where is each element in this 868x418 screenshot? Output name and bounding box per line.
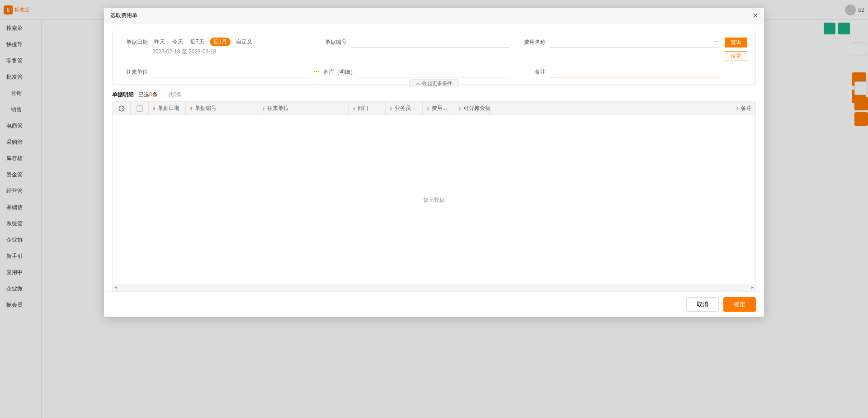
col-no[interactable]: ▲▼ 单据编号 [186, 102, 258, 115]
filter-panel: 单据日期 昨天 今天 近7天 近1月 自定义 2023-02-18 至 2023… [112, 31, 756, 85]
filter-label-remark: 备注 [519, 67, 546, 76]
col-dept[interactable]: ▲▼ 部门 [349, 102, 386, 115]
sort-icon: ▲▼ [152, 106, 156, 111]
modal-overlay: 选取费用单 ✕ 单据日期 昨天 今天 近7天 近1月 [0, 0, 868, 418]
svg-point-0 [121, 108, 123, 109]
cancel-button[interactable]: 取消 [686, 297, 719, 312]
modal-footer: 取消 确定 [104, 291, 764, 317]
sort-icon: ▲▼ [458, 106, 462, 111]
doc-no-input[interactable] [351, 38, 509, 48]
col-party[interactable]: ▲▼ 往来单位 [258, 102, 349, 115]
query-button[interactable]: 查询 [725, 38, 747, 48]
sort-icon: ▲▼ [189, 106, 193, 111]
date-pill-yesterday[interactable]: 昨天 [152, 38, 167, 46]
divider-text: | [162, 92, 164, 98]
table-header: ▲▼ 单据日期 ▲▼ 单据编号 ▲▼ 往来单位 ▲▼ 部门 [113, 102, 755, 115]
modal-select-expense: 选取费用单 ✕ 单据日期 昨天 今天 近7天 近1月 [104, 8, 764, 317]
date-pill-last1m[interactable]: 近1月 [210, 38, 231, 46]
selected-count-text: 已选0条 [138, 91, 158, 99]
remark-detail-input[interactable] [360, 67, 509, 77]
sort-icon: ▲▼ [389, 106, 393, 111]
modal-title: 选取费用单 [110, 12, 137, 19]
date-pill-last7[interactable]: 近7天 [189, 38, 206, 46]
remark-input[interactable] [550, 67, 719, 77]
sort-icon: ▲▼ [736, 106, 739, 111]
gear-icon [118, 105, 125, 112]
filter-label-no: 单据编号 [320, 38, 347, 46]
sort-icon: ▲▼ [262, 106, 265, 111]
settings-button[interactable]: 设置 [725, 51, 747, 61]
modal-header: 选取费用单 ✕ [104, 8, 764, 24]
close-icon[interactable]: ✕ [750, 11, 760, 20]
sort-icon: ▲▼ [426, 106, 430, 111]
date-range-text: 2023-02-18 至 2023-03-18 [152, 48, 320, 56]
checkbox-icon [137, 105, 143, 112]
filter-label-fee: 费用名称 [519, 38, 546, 46]
fee-name-picker-icon[interactable]: ··· [713, 38, 719, 45]
date-pill-custom[interactable]: 自定义 [234, 38, 254, 46]
date-pill-group: 昨天 今天 近7天 近1月 自定义 [152, 38, 320, 46]
fee-name-input[interactable] [550, 38, 719, 48]
list-section-title: 单据明细 [112, 91, 134, 99]
horizontal-scrollbar[interactable] [113, 285, 755, 291]
party-input[interactable] [152, 67, 311, 77]
chevron-double-up-icon: ︽ [416, 80, 420, 86]
sort-icon: ▲▼ [352, 106, 356, 111]
total-count-text: 共0条 [168, 91, 182, 99]
select-all-checkbox[interactable] [131, 102, 149, 115]
col-fee[interactable]: ▲▼ 费用... [423, 102, 454, 115]
date-pill-today[interactable]: 今天 [170, 38, 185, 46]
column-settings-button[interactable] [113, 102, 131, 115]
empty-state-text: 暂无数据 [113, 115, 755, 285]
filter-label-party: 往来单位 [121, 67, 148, 76]
filter-label-date: 单据日期 [121, 38, 148, 46]
col-date[interactable]: ▲▼ 单据日期 [149, 102, 186, 115]
col-remark[interactable]: ▲▼ 备注 [490, 102, 755, 115]
ok-button[interactable]: 确定 [723, 297, 756, 312]
col-amount[interactable]: ▲▼ 可分摊金额 [454, 102, 490, 115]
col-biz[interactable]: ▲▼ 业务员 [386, 102, 423, 115]
table: ▲▼ 单据日期 ▲▼ 单据编号 ▲▼ 往来单位 ▲▼ 部门 [112, 101, 756, 291]
list-section-header: 单据明细 已选0条 | 共0条 [112, 91, 756, 99]
collapse-filters-button[interactable]: ︽ 收起更多条件 [409, 79, 459, 87]
modal-body: 单据日期 昨天 今天 近7天 近1月 自定义 2023-02-18 至 2023… [104, 24, 764, 291]
filter-label-remark-detail: 备注（明细） [320, 67, 356, 76]
party-picker-icon[interactable]: ··· [314, 68, 320, 75]
